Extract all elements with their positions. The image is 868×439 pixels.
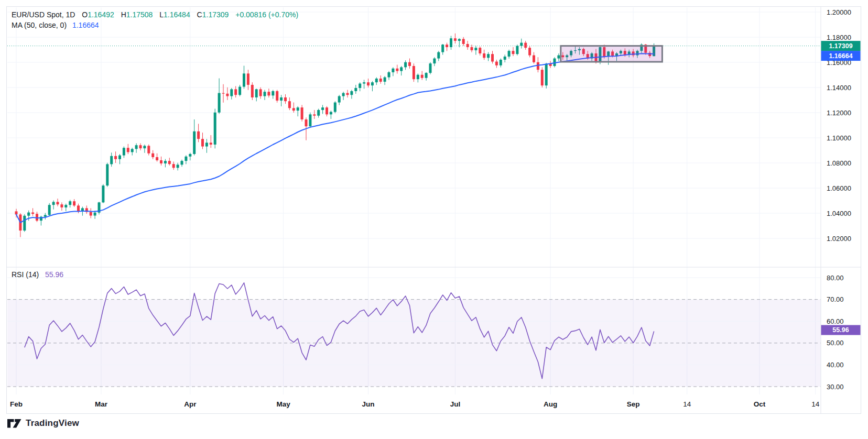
change-value: +0.00816 (+0.70%) (235, 10, 298, 19)
price-axis-label: 1.02000 (827, 235, 851, 243)
candle-up (297, 107, 299, 111)
candle-up (181, 161, 183, 164)
candle-up (554, 59, 556, 66)
candle-up (363, 82, 365, 83)
chart-widget: 1.200001.180001.160001.140001.120001.100… (6, 6, 861, 414)
candle-down (168, 161, 171, 164)
candle-up (317, 110, 320, 116)
candle-up (118, 156, 121, 159)
price-axis-label: 1.20000 (827, 8, 851, 16)
candle-up (433, 59, 436, 64)
ma-legend-row[interactable]: MA (50, close, 0) 1.16664 (12, 20, 298, 30)
candle-up (400, 67, 403, 71)
candle-down (197, 131, 200, 139)
candle-up (371, 82, 374, 85)
candle-down (367, 82, 370, 85)
candle-up (504, 57, 506, 60)
time-axis-label: Sep (627, 400, 640, 408)
candle-up (520, 43, 523, 46)
time-axis-label: 14 (811, 400, 820, 408)
candle-down (127, 148, 129, 152)
candle-up (123, 148, 125, 155)
candle-down (512, 51, 515, 54)
candle-down (160, 160, 162, 163)
candle-down (234, 89, 237, 95)
candle-up (330, 112, 332, 115)
rsi-legend-label: RSI (14) (12, 270, 39, 279)
tradingview-logo-icon (7, 419, 21, 428)
legend-price-pane: EUR/USD Spot, 1D O1.16492 H1.17508 L1.16… (12, 9, 298, 30)
candle-up (106, 164, 108, 185)
ma-legend-label: MA (50, close, 0) (12, 21, 67, 29)
candle-down (73, 201, 75, 205)
ohlc-low: L1.16484 (159, 10, 190, 19)
candle-up (177, 164, 179, 168)
time-axis-label: Feb (10, 400, 23, 408)
candle-up (334, 103, 337, 112)
candle-down (114, 156, 117, 159)
candle-up (359, 84, 361, 88)
candle-up (321, 107, 324, 110)
rsi-value-badge-value: 55.96 (832, 326, 849, 334)
candle-down (226, 94, 229, 96)
price-axis-label: 1.04000 (827, 210, 851, 217)
candle-up (69, 201, 71, 205)
price-axis-label: 1.14000 (827, 84, 851, 92)
candle-down (60, 204, 63, 207)
candle-down (151, 153, 154, 157)
candle-down (524, 43, 527, 48)
rsi-axis-label: 50.00 (827, 339, 844, 347)
candle-up (27, 213, 30, 216)
candle-down (483, 53, 485, 58)
candle-down (537, 62, 539, 70)
candle-up (64, 205, 67, 207)
candle-down (172, 164, 175, 168)
candle-down (491, 54, 494, 61)
candle-down (346, 93, 349, 95)
candle-up (135, 145, 138, 149)
candle-up (44, 215, 47, 216)
ma-legend-value: 1.16664 (72, 21, 99, 29)
candle-down (396, 69, 398, 71)
tradingview-logo[interactable]: TradingView (7, 418, 79, 429)
candle-up (102, 185, 104, 202)
symbol-title[interactable]: EUR/USD Spot, 1D (12, 10, 75, 19)
candle-up (557, 56, 560, 59)
candle-up (508, 51, 511, 57)
rsi-axis-label: 40.00 (827, 361, 844, 369)
price-axis-label: 1.12000 (827, 109, 851, 117)
candle-up (255, 89, 258, 97)
candle-up (404, 62, 407, 68)
time-axis-label: Jul (450, 400, 461, 408)
candle-down (57, 202, 59, 204)
candle-down (528, 48, 531, 55)
candle-down (454, 38, 457, 41)
candle-up (392, 69, 394, 72)
candle-up (487, 54, 490, 58)
candle-up (131, 149, 134, 152)
candle-down (326, 107, 328, 114)
candle-up (441, 45, 444, 52)
candle-up (458, 39, 461, 41)
candle-down (446, 45, 448, 47)
candle-down (479, 48, 481, 53)
candle-down (36, 214, 38, 221)
candle-down (408, 62, 411, 66)
candle-down (284, 97, 287, 101)
candle-up (164, 161, 167, 163)
range-box[interactable] (561, 46, 663, 62)
candle-up (350, 91, 353, 95)
candle-up (264, 92, 266, 96)
candle-down (471, 47, 473, 50)
legend-rsi-pane[interactable]: RSI (14) 55.96 (12, 269, 63, 280)
candle-up (48, 205, 51, 215)
rsi-legend-value: 55.96 (45, 270, 63, 279)
tradingview-logo-text: TradingView (26, 418, 79, 429)
price-axis-label: 1.18000 (827, 34, 851, 41)
chart-canvas[interactable]: 1.200001.180001.160001.140001.120001.100… (7, 7, 861, 413)
candle-up (193, 131, 196, 154)
candle-up (429, 63, 432, 73)
last-price-badge-value: 1.17309 (829, 42, 852, 50)
candle-down (466, 44, 469, 47)
candle-up (238, 87, 241, 95)
